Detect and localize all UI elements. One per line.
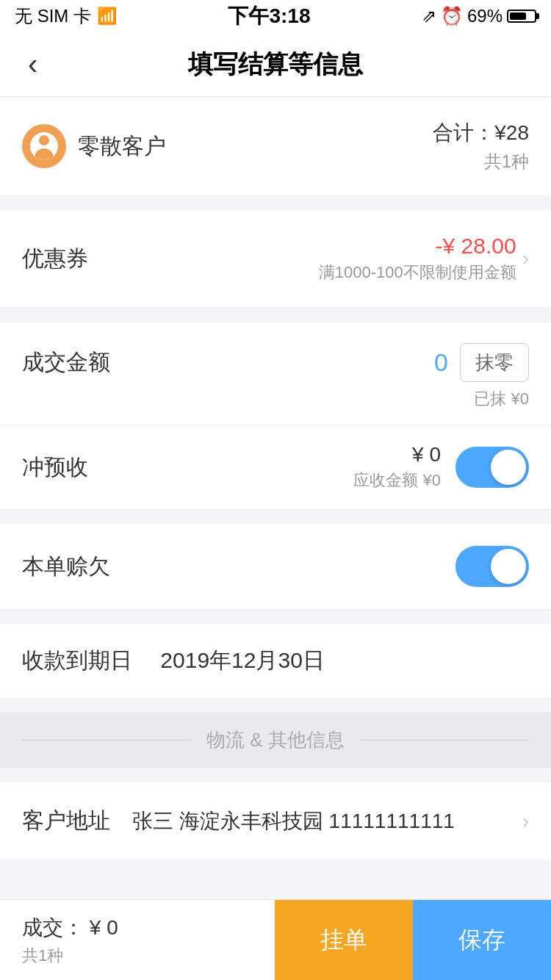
prereceive-right: ¥ 0 应收金额 ¥0 [353, 443, 529, 491]
status-time: 下午3:18 [228, 2, 310, 30]
divider-text: 物流 & 其他信息 [206, 727, 345, 753]
address-value: 张三 海淀永丰科技园 11111111111 [132, 807, 522, 835]
pending-button[interactable]: 挂单 [275, 900, 413, 981]
page-title: 填写结算等信息 [188, 48, 363, 82]
address-label: 客户地址 [22, 806, 110, 836]
alarm-icon: ⏰ [441, 6, 463, 26]
amount-right: 0 抹零 [434, 343, 529, 382]
debt-label: 本单赊欠 [22, 552, 110, 582]
carrier-label: 无 SIM 卡 [15, 4, 91, 28]
toggle-knob [491, 450, 526, 485]
nav-bar: ‹ 填写结算等信息 [0, 32, 551, 97]
coupon-right-wrap: -¥ 28.00 满1000-100不限制使用金额 [319, 234, 516, 284]
save-button[interactable]: 保存 [413, 900, 551, 981]
amount-row: 成交金额 0 抹零 [0, 323, 551, 388]
prereceive-toggle[interactable] [455, 447, 529, 488]
location-icon: ⇗ [422, 6, 436, 26]
bottom-deal-label: 成交： [22, 916, 84, 939]
total-count: 共1种 [433, 150, 529, 173]
address-row[interactable]: 客户地址 张三 海淀永丰科技园 11111111111 › [0, 782, 551, 860]
bottom-bar: 成交： ¥ 0 共1种 挂单 保存 [0, 899, 551, 980]
coupon-desc: 满1000-100不限制使用金额 [319, 262, 516, 284]
status-left: 无 SIM 卡 📶 [15, 4, 117, 28]
wifi-icon: 📶 [97, 7, 117, 26]
duedate-value: 2019年12月30日 [160, 648, 324, 672]
amount-label: 成交金额 [22, 347, 110, 378]
status-bar: 无 SIM 卡 📶 下午3:18 ⇗ ⏰ 69% [0, 0, 551, 32]
customer-name: 零散客户 [78, 131, 166, 162]
divider-section: 物流 & 其他信息 [0, 713, 551, 768]
duedate-label: 收款到期日 [22, 648, 132, 672]
divider-line-left [22, 740, 192, 741]
debt-toggle[interactable] [455, 546, 529, 587]
round-zero-button[interactable]: 抹零 [460, 343, 529, 382]
prereceive-amount: ¥ 0 [353, 443, 441, 466]
debt-section: 本单赊欠 [0, 524, 551, 609]
divider-line-right [359, 740, 529, 741]
amount-value: 0 [434, 348, 448, 377]
bottom-deal: 成交： ¥ 0 [22, 914, 253, 942]
prereceive-due: 应收金额 ¥0 [353, 469, 441, 491]
avatar-icon [30, 132, 58, 160]
avatar [22, 124, 66, 168]
prereceive-values: ¥ 0 应收金额 ¥0 [353, 443, 441, 491]
prereceive-row: 冲预收 ¥ 0 应收金额 ¥0 [0, 425, 551, 509]
already-rounded: 已抹 ¥0 [0, 388, 551, 425]
battery-percent: 69% [467, 6, 503, 26]
coupon-discount: -¥ 28.00 [319, 234, 516, 259]
back-icon: ‹ [28, 48, 37, 80]
total-amount: 合计：¥28 [433, 119, 529, 147]
customer-row: 零散客户 合计：¥28 共1种 [0, 97, 551, 195]
battery-fill [510, 12, 526, 20]
coupon-section[interactable]: 优惠券 -¥ 28.00 满1000-100不限制使用金额 › [0, 210, 551, 308]
customer-summary: 合计：¥28 共1种 [433, 119, 529, 173]
coupon-label: 优惠券 [22, 244, 88, 274]
status-right: ⇗ ⏰ 69% [422, 6, 536, 26]
debt-toggle-knob [491, 549, 526, 584]
customer-left: 零散客户 [22, 124, 166, 168]
bottom-deal-amount: ¥ 0 [90, 916, 118, 939]
amount-section: 成交金额 0 抹零 已抹 ¥0 冲预收 ¥ 0 应收金额 ¥0 [0, 323, 551, 509]
address-chevron-icon: › [522, 810, 529, 833]
bottom-info: 成交： ¥ 0 共1种 [0, 914, 275, 967]
coupon-row[interactable]: 优惠券 -¥ 28.00 满1000-100不限制使用金额 › [0, 210, 551, 308]
back-button[interactable]: ‹ [21, 40, 45, 88]
coupon-chevron-icon: › [522, 247, 529, 270]
prereceive-label: 冲预收 [22, 453, 88, 483]
battery-bar [507, 10, 536, 23]
duedate-row: 收款到期日 2019年12月30日 [0, 624, 551, 698]
bottom-count: 共1种 [22, 945, 253, 967]
